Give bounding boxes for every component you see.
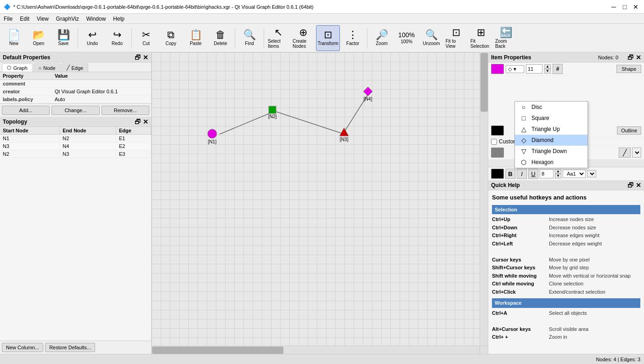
right-panel: Item Properties Nodes: 0 🗗 ✕ ◇ ▼ ▲ ▼ xyxy=(488,52,644,354)
tab-edge[interactable]: ╱ Edge xyxy=(62,63,89,72)
add-btn[interactable]: Add... xyxy=(2,106,50,115)
maximize-btn[interactable]: □ xyxy=(620,2,629,11)
scroll-thumb-v[interactable] xyxy=(480,53,488,112)
toolbar-cut[interactable]: ✂ Cut xyxy=(134,25,158,51)
outline-color-swatch[interactable] xyxy=(491,125,504,136)
underline-btn[interactable]: U xyxy=(528,169,538,179)
toolbar-transform[interactable]: ⊡ Transform xyxy=(316,25,340,51)
menu-file[interactable]: File xyxy=(0,15,16,23)
canvas-scrollbar-v[interactable] xyxy=(480,52,488,346)
restore-defaults-btn[interactable]: Restore Defaults... xyxy=(45,343,95,352)
toolbar-save[interactable]: 💾 Save xyxy=(51,25,75,51)
tab-node[interactable]: ○ Node xyxy=(34,63,61,72)
shape-dropdown[interactable]: ◇ ▼ xyxy=(506,65,524,73)
toolbar-open[interactable]: 📂 Open xyxy=(27,25,51,51)
topo-edge-1: E1 xyxy=(116,135,151,142)
topology-scroll[interactable]: Start Node End Node Edge N1 N2 E1 N3 xyxy=(0,127,151,341)
fill-color-swatch[interactable] xyxy=(491,64,504,74)
item-props-close-btn[interactable]: ✕ xyxy=(636,54,641,61)
quick-help-content[interactable]: Some useful hotkeys and actions Selectio… xyxy=(488,190,644,354)
minimize-btn[interactable]: ─ xyxy=(609,2,618,11)
shape-item-triangle-down[interactable]: ▽ Triangle Down xyxy=(515,146,588,157)
node-n1[interactable]: [N1] xyxy=(207,128,218,144)
item-props-restore-btn[interactable]: 🗗 xyxy=(627,54,634,61)
toolbar-new[interactable]: 📄 New xyxy=(2,25,26,51)
quick-help-close-btn[interactable]: ✕ xyxy=(636,182,641,189)
menu-help[interactable]: Help xyxy=(109,15,128,23)
spin-up-btn[interactable]: ▲ xyxy=(544,64,551,69)
close-btn[interactable]: ✕ xyxy=(631,2,640,11)
toolbar-delete-label: Delete xyxy=(214,41,227,46)
topo-end-1: N2 xyxy=(60,135,116,142)
qh-desc: Move by grid step xyxy=(549,264,589,272)
edge-arrow-style-btn[interactable]: ╱ xyxy=(619,148,631,158)
topology-header: Topology 🗗 ✕ xyxy=(0,117,151,127)
prop-value-creator: Qt Visual Graph Editor 0.6.1 xyxy=(52,88,151,96)
toolbar-select-items[interactable]: ↖ Select Items xyxy=(266,25,290,51)
new-column-btn[interactable]: New Column... xyxy=(2,343,43,352)
qh-key: Ctrl+A xyxy=(492,309,547,317)
shape-button[interactable]: Shape xyxy=(616,65,641,73)
fit-selection-icon: ⊞ xyxy=(477,28,485,38)
shape-item-diamond[interactable]: ◇ Diamond xyxy=(515,135,588,146)
spin-down-btn[interactable]: ▼ xyxy=(544,69,551,74)
change-btn[interactable]: Change... xyxy=(51,106,99,115)
canvas-scrollbar-h[interactable] xyxy=(152,346,480,354)
node-n3[interactable]: [N3] xyxy=(339,127,349,142)
node-tab-label: Node xyxy=(43,65,55,71)
zoom100-icon: 100% xyxy=(398,32,415,38)
toolbar-undo[interactable]: ↩ Undo xyxy=(80,25,104,51)
menu-edit[interactable]: Edit xyxy=(16,15,33,23)
font-size-input[interactable] xyxy=(540,169,554,178)
toolbar-delete[interactable]: 🗑 Delete xyxy=(209,25,232,51)
topology-close-btn[interactable]: ✕ xyxy=(143,118,148,125)
shape-item-hexagon[interactable]: ⬡ Hexagon xyxy=(515,157,588,168)
font-dropdown2[interactable]: ▼ xyxy=(587,170,596,177)
outline-button[interactable]: Outline xyxy=(617,126,641,135)
node-n4[interactable]: [N4] xyxy=(363,86,373,102)
toolbar-redo[interactable]: ↪ Redo xyxy=(105,25,129,51)
topology-restore-btn[interactable]: 🗗 xyxy=(135,118,141,125)
label-color-swatch[interactable] xyxy=(491,169,504,179)
edge-color-swatch[interactable] xyxy=(491,148,504,158)
toolbar-create-nodes[interactable]: ⊕ Create Nodes xyxy=(291,25,315,51)
canvas-area[interactable]: [N1] [N2] [N3] [N4] xyxy=(152,52,488,354)
default-props-restore-btn[interactable]: 🗗 xyxy=(135,54,141,61)
shape-size-input[interactable] xyxy=(526,64,542,74)
italic-btn[interactable]: I xyxy=(517,169,527,179)
menu-view[interactable]: View xyxy=(33,15,52,23)
remove-btn[interactable]: Remove... xyxy=(102,106,149,115)
toolbar-paste[interactable]: 📋 Paste xyxy=(184,25,208,51)
font-style-dropdown[interactable]: Aa1 xyxy=(563,170,586,178)
toolbar-copy[interactable]: ⧉ Copy xyxy=(159,25,183,51)
node-n2[interactable]: [N2] xyxy=(268,106,277,119)
quick-help-restore-btn[interactable]: 🗗 xyxy=(627,182,634,189)
edge-arrow-dropdown[interactable]: ▼ xyxy=(632,148,641,158)
shape-item-square[interactable]: □ Square xyxy=(515,113,588,124)
shape-item-disc[interactable]: ○ Disc xyxy=(515,102,588,113)
toolbar-zoom-back[interactable]: 🔙 Zoom Back xyxy=(494,25,518,51)
tab-graph[interactable]: ⬡ Graph xyxy=(2,63,33,72)
menu-window[interactable]: Window xyxy=(83,15,110,23)
titlebar-controls: ─ □ ✕ xyxy=(609,2,640,11)
qh-desc: Increase nodes size xyxy=(549,216,594,223)
default-props-close-btn[interactable]: ✕ xyxy=(143,54,148,61)
shape-item-triangle-up[interactable]: △ Triangle Up xyxy=(515,124,588,135)
toolbar-zoom100[interactable]: 100% 100% xyxy=(395,25,418,51)
custom-attrs-checkbox[interactable] xyxy=(491,139,497,145)
font-spin-down-btn[interactable]: ▼ xyxy=(555,174,561,178)
toolbar-factor[interactable]: ⋮ Factor xyxy=(341,25,365,51)
svg-point-3 xyxy=(208,129,217,138)
topo-edge-3: E3 xyxy=(116,150,151,158)
hash-btn[interactable]: # xyxy=(553,64,563,74)
toolbar-zoom[interactable]: 🔎 Zoom xyxy=(370,25,394,51)
toolbar-fit-to-view[interactable]: ⊡ Fit to View xyxy=(444,25,468,51)
bold-btn[interactable]: B xyxy=(505,169,515,179)
menu-graphviz[interactable]: GraphViz xyxy=(52,15,83,23)
toolbar-fit-selection[interactable]: ⊞ Fit Selection xyxy=(469,25,493,51)
scroll-thumb-h[interactable] xyxy=(152,347,283,354)
font-spin-up-btn[interactable]: ▲ xyxy=(555,169,561,174)
left-panel: Default Properties 🗗 ✕ ⬡ Graph ○ Node ╱ … xyxy=(0,52,152,354)
toolbar-unzoom[interactable]: 🔍 Unzoom xyxy=(419,25,443,51)
toolbar-find[interactable]: 🔍 Find xyxy=(237,25,261,51)
